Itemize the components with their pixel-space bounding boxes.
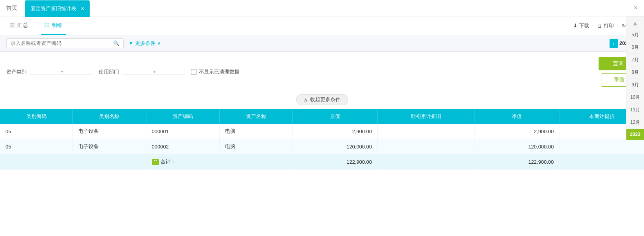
tab-summary-label: 汇总 (17, 22, 28, 29)
cell-net-value: 120,000.00 (474, 139, 559, 154)
col-category-name: 类别名称 (73, 109, 146, 124)
col-original-value: 原值 (292, 109, 377, 124)
cell-original-value: 120,000.00 (292, 139, 377, 154)
download-label: 下载 (579, 22, 589, 29)
total-net-value: 122,900.00 (474, 154, 559, 170)
cell-category-code: 05 (0, 124, 73, 139)
month-item[interactable]: 8月 (630, 66, 640, 79)
table-header: 类别编码 类别名称 资产编码 资产名称 原值 期初累计折旧 净值 本期计提折 (0, 109, 644, 124)
filter-department: 使用部门 ▾ (99, 68, 185, 75)
close-tab-button[interactable]: × (81, 5, 84, 12)
table-row: 05 电子设备 000002 电脑 120,000.00 120,000.00 (0, 139, 644, 154)
department-arrow-icon: ▾ (153, 70, 183, 74)
sub-tabs: ☰ 汇总 ☷ 明细 ⬇ 下载 🖨 打印 (0, 16, 644, 35)
table-row: 05 电子设备 000001 电脑 2,900.00 2,900.00 (0, 124, 644, 139)
cell-net-value: 2,900.00 (474, 124, 559, 139)
total-current-depreciation (559, 154, 644, 170)
collapse-button[interactable]: ∧ 收起更多条件 (296, 94, 348, 105)
total-accumulated-depreciation (378, 154, 474, 170)
col-asset-name: 资产名称 (219, 109, 292, 124)
hide-cleared-field: 不显示已清理数据 (191, 68, 240, 75)
total-icon-cell (0, 154, 146, 170)
more-conditions-label: 更多条件 (135, 40, 155, 47)
col-asset-code: 资产编码 (146, 109, 219, 124)
scroll-up-button[interactable]: ▲ (626, 18, 644, 29)
month-item[interactable]: 5月 (630, 29, 640, 41)
total-original-value: 122,900.00 (292, 154, 377, 170)
search-icon: 🔍 (113, 40, 119, 46)
month-item[interactable]: 10月 (630, 91, 640, 104)
collapse-label: 收起更多条件 (310, 96, 341, 103)
cell-category-name: 电子设备 (73, 124, 146, 139)
chevron-down-icon: ∨ (157, 40, 161, 46)
col-accumulated-depreciation: 期初累计折旧 (378, 109, 474, 124)
col-category-code: 类别编码 (0, 109, 73, 124)
cell-asset-name: 电脑 (219, 124, 292, 139)
detail-icon: ☷ (44, 21, 49, 29)
col-net-value: 净值 (474, 109, 559, 124)
cell-accumulated-depreciation (378, 124, 474, 139)
nav-home[interactable]: 首页 (6, 5, 17, 12)
asset-category-arrow-icon: ▾ (61, 70, 91, 74)
active-tab-label: 固定资产折旧统计表 (31, 5, 76, 12)
month-item[interactable]: 7月 (630, 54, 640, 66)
cell-asset-code: 000002 (146, 139, 219, 154)
collapse-icon: ∧ (304, 97, 308, 103)
print-button[interactable]: 🖨 打印 (597, 22, 614, 29)
month-item[interactable]: 12月 (630, 116, 640, 129)
print-icon: 🖨 (597, 23, 602, 29)
month-item[interactable]: 11月 (630, 104, 640, 116)
month-item[interactable]: 6月 (630, 41, 640, 54)
year-badge[interactable]: 2023 (626, 129, 644, 140)
cell-category-name: 电子设备 (73, 139, 146, 154)
filter-asset-category: 资产类别 ▾ (6, 68, 92, 75)
print-label: 打印 (604, 22, 614, 29)
top-nav: 首页 固定资产折旧统计表 × × (0, 0, 644, 16)
department-label: 使用部门 (99, 68, 119, 75)
data-table: 类别编码 类别名称 资产编码 资产名称 原值 期初累计折旧 净值 本期计提折 0… (0, 109, 644, 170)
download-icon: ⬇ (573, 23, 577, 29)
total-badge: ☷ (152, 159, 159, 165)
filter-area: 资产类别 ▾ 使用部门 ▾ (0, 52, 644, 90)
cell-accumulated-depreciation (378, 139, 474, 154)
main-panel: ☰ 汇总 ☷ 明细 ⬇ 下载 🖨 打印 (0, 16, 644, 236)
asset-category-label: 资产类别 (6, 68, 27, 75)
table-header-row: 类别编码 类别名称 资产编码 资产名称 原值 期初累计折旧 净值 本期计提折 (0, 109, 644, 124)
layout: ☰ 汇总 ☷ 明细 ⬇ 下载 🖨 打印 (0, 16, 644, 236)
close-all-button[interactable]: × (633, 4, 638, 12)
cell-original-value: 2,900.00 (292, 124, 377, 139)
table-body: 05 电子设备 000001 电脑 2,900.00 2,900.00 05 电… (0, 124, 644, 170)
tab-detail-label: 明细 (52, 22, 63, 29)
filter-row: 资产类别 ▾ 使用部门 ▾ (6, 57, 638, 87)
department-select[interactable]: ▾ (122, 69, 185, 75)
month-list: 5月6月7月8月9月10月11月12月 (630, 29, 640, 129)
cell-current-depreciation (559, 139, 644, 154)
cell-category-code: 05 (0, 139, 73, 154)
tab-summary[interactable]: ☰ 汇总 (6, 16, 31, 35)
cell-asset-name: 电脑 (219, 139, 292, 154)
filter-icon: ▼ (128, 40, 133, 46)
tab-detail[interactable]: ☷ 明细 (41, 16, 66, 35)
cell-asset-code: 000001 (146, 124, 219, 139)
active-tab: 固定资产折旧统计表 × (25, 0, 90, 17)
search-bar: 🔍 ▼ 更多条件 ∨ › 2023.01 (0, 35, 644, 52)
refresh-icon: ↻ (622, 23, 626, 29)
hide-cleared-label: 不显示已清理数据 (199, 68, 240, 75)
date-arrow-button[interactable]: › (610, 39, 618, 48)
right-sidebar: ▲ 5月6月7月8月9月10月11月12月 2023 (626, 16, 644, 140)
collapse-row: ∧ 收起更多条件 (0, 90, 644, 109)
total-row: ☷ 合计： 122,900.00 122,900.00 (0, 154, 644, 170)
total-label-cell: ☷ 合计： (146, 154, 292, 170)
search-input-wrap: 🔍 (6, 38, 124, 48)
more-conditions-button[interactable]: ▼ 更多条件 ∨ (128, 40, 161, 47)
search-input[interactable] (11, 40, 111, 46)
content-area: ☰ 汇总 ☷ 明细 ⬇ 下载 🖨 打印 (0, 16, 644, 236)
download-button[interactable]: ⬇ 下载 (573, 22, 589, 29)
month-item[interactable]: 9月 (630, 79, 640, 91)
asset-category-select[interactable]: ▾ (30, 69, 92, 75)
hide-cleared-checkbox[interactable] (191, 69, 197, 75)
summary-icon: ☰ (9, 21, 15, 29)
